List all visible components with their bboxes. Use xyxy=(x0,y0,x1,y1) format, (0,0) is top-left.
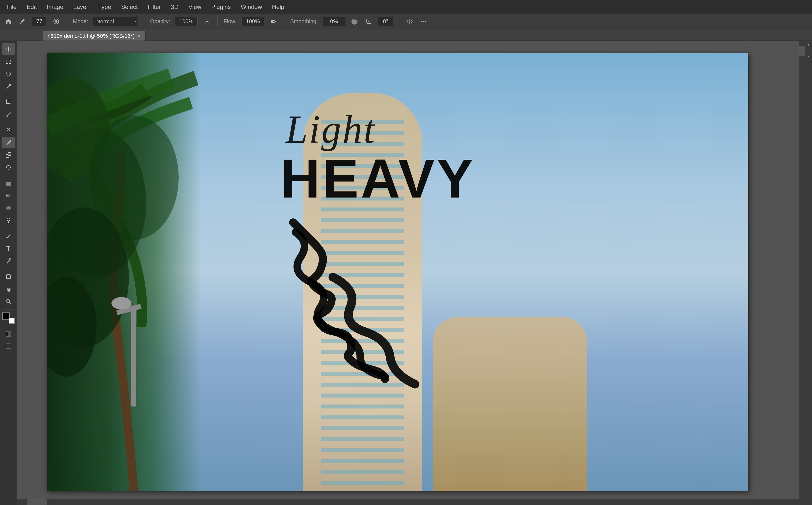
canvas-container[interactable]: Light HEAVY xyxy=(47,53,748,491)
clone-tool[interactable] xyxy=(2,149,15,161)
tool-separator-5 xyxy=(3,269,13,269)
angle-input[interactable] xyxy=(378,17,393,26)
dodge-tool[interactable] xyxy=(2,215,15,226)
menu-window[interactable]: Window xyxy=(239,2,264,11)
history-brush-tool[interactable] xyxy=(2,162,15,173)
pressure-icon[interactable] xyxy=(202,17,211,26)
opacity-input[interactable] xyxy=(175,17,197,26)
menu-layer[interactable]: Layer xyxy=(71,2,90,11)
menu-edit[interactable]: Edit xyxy=(25,2,39,11)
shape-tool[interactable] xyxy=(2,271,15,282)
tool-separator-6 xyxy=(3,309,13,310)
svg-point-9 xyxy=(423,21,425,22)
angle-icon[interactable] xyxy=(364,17,373,26)
crop-tool[interactable] xyxy=(2,96,15,108)
blur-tool[interactable] xyxy=(2,202,15,214)
menu-filter[interactable]: Filter xyxy=(146,2,163,11)
eyedropper-tool[interactable] xyxy=(2,109,15,120)
text-tool[interactable]: T xyxy=(2,243,15,254)
tab-filename: h610x demo-1.tif @ 50% (RGB/16*) xyxy=(47,33,135,39)
svg-rect-18 xyxy=(8,153,11,156)
brush-size-input[interactable] xyxy=(32,17,47,26)
document-tab[interactable]: h610x demo-1.tif @ 50% (RGB/16*) × xyxy=(42,31,146,40)
svg-rect-19 xyxy=(6,182,11,186)
svg-rect-34 xyxy=(8,331,11,336)
lasso-tool[interactable] xyxy=(2,68,15,79)
menu-view[interactable]: View xyxy=(187,2,203,11)
mode-select[interactable]: Normal Multiply Screen Overlay xyxy=(93,17,138,26)
svg-point-25 xyxy=(7,218,10,221)
background-color[interactable] xyxy=(9,318,15,324)
marquee-tool[interactable] xyxy=(2,56,15,67)
brush-preset-button[interactable] xyxy=(52,17,61,26)
svg-point-31 xyxy=(6,299,10,303)
heal-tool[interactable] xyxy=(2,124,15,136)
zoom-tool[interactable] xyxy=(2,296,15,307)
building-windows xyxy=(321,113,404,491)
building-main xyxy=(303,93,422,491)
smoothing-settings-icon[interactable] xyxy=(350,17,359,26)
svg-point-10 xyxy=(425,21,427,22)
brush-tool-icon[interactable] xyxy=(18,17,27,26)
menu-type[interactable]: Type xyxy=(96,2,113,11)
right-panel xyxy=(805,41,812,505)
home-button[interactable] xyxy=(4,17,13,26)
smoothing-input[interactable] xyxy=(323,17,345,26)
panel-toggle-icon[interactable] xyxy=(807,54,811,59)
mode-label: Mode: xyxy=(73,18,88,25)
magic-wand-tool[interactable] xyxy=(2,80,15,92)
menu-plugins[interactable]: Plugins xyxy=(209,2,233,11)
color-swatch xyxy=(2,313,15,324)
smoothing-label: Smoothing: xyxy=(290,18,318,25)
canvas-area: Light HEAVY xyxy=(17,41,805,505)
options-bar: Mode: Normal Multiply Screen Overlay Opa… xyxy=(0,14,812,29)
tool-separator-4 xyxy=(3,228,13,228)
vertical-scrollbar[interactable] xyxy=(799,41,805,505)
eraser-tool[interactable] xyxy=(2,177,15,189)
collapse-arrow-icon[interactable] xyxy=(807,43,811,47)
menu-select[interactable]: Select xyxy=(119,2,140,11)
menu-help[interactable]: Help xyxy=(270,2,286,11)
brush-tool[interactable] xyxy=(2,137,15,148)
gradient-tool[interactable] xyxy=(2,190,15,201)
extra-options-icon[interactable] xyxy=(419,17,428,26)
pen-tool[interactable] xyxy=(2,230,15,242)
svg-point-29 xyxy=(9,258,11,260)
menu-bar: File Edit Image Layer Type Select Filter… xyxy=(0,0,812,14)
street-lamp-pole xyxy=(131,307,136,406)
svg-point-16 xyxy=(6,144,8,145)
tool-separator-3 xyxy=(3,175,13,175)
svg-point-1 xyxy=(55,20,57,23)
horizontal-scrollbar[interactable] xyxy=(17,499,799,505)
menu-file[interactable]: File xyxy=(5,2,19,11)
svg-rect-30 xyxy=(6,275,10,279)
tab-close-button[interactable]: × xyxy=(138,34,140,38)
svg-point-4 xyxy=(272,21,273,22)
svg-rect-35 xyxy=(6,344,11,349)
main-layout: T xyxy=(0,41,812,505)
menu-image[interactable]: Image xyxy=(45,2,65,11)
svg-point-28 xyxy=(6,237,7,238)
svg-point-14 xyxy=(6,116,8,117)
path-select-tool[interactable] xyxy=(2,255,15,267)
svg-point-8 xyxy=(421,21,423,22)
canvas-image: Light HEAVY xyxy=(47,53,748,491)
flow-label: Flow: xyxy=(224,18,237,25)
move-tool[interactable] xyxy=(2,43,15,55)
symmetry-icon[interactable] xyxy=(405,17,414,26)
svg-rect-11 xyxy=(6,60,11,63)
quick-mask-button[interactable] xyxy=(2,328,15,340)
svg-point-13 xyxy=(9,84,11,86)
hand-tool[interactable] xyxy=(2,283,15,295)
scrollbar-thumb-h[interactable] xyxy=(27,499,47,505)
airbrush-icon[interactable] xyxy=(269,17,278,26)
svg-line-32 xyxy=(9,302,11,304)
menu-3d[interactable]: 3D xyxy=(169,2,181,11)
flow-input[interactable] xyxy=(241,17,264,26)
screen-mode-button[interactable] xyxy=(2,341,15,352)
separator-2 xyxy=(144,17,144,26)
separator-3 xyxy=(217,17,218,26)
tree-foliage-left xyxy=(47,53,201,491)
building-side xyxy=(433,317,587,491)
scrollbar-thumb-v[interactable] xyxy=(799,46,805,56)
